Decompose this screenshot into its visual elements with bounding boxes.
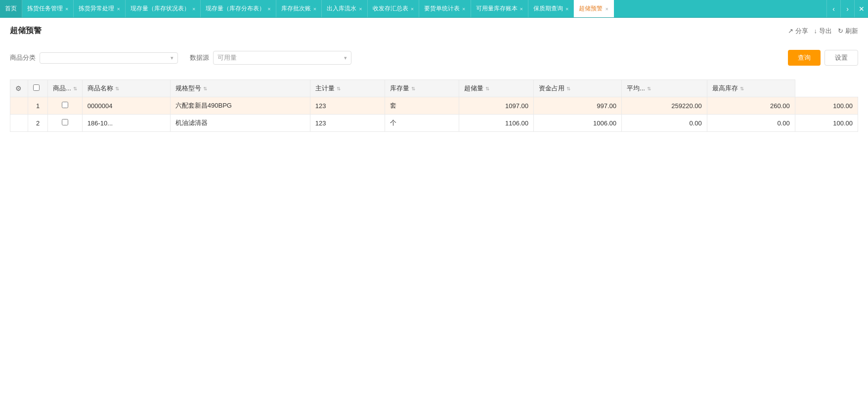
sort-icon-product-name: ⇅ — [115, 86, 119, 91]
table-row: 10000004六配套新昌490BPG123套1097.00997.002592… — [10, 97, 858, 115]
nav-item-close[interactable]: × — [65, 6, 68, 12]
nav-item-label: 现存量（库存分布表） — [206, 4, 265, 13]
sort-inventory[interactable]: 库存量 ⇅ — [390, 84, 454, 93]
datasource-dropdown-icon: ▾ — [344, 55, 347, 61]
export-button[interactable]: ↓ 导出 — [814, 27, 832, 36]
col-avg-label: 平均... — [627, 84, 645, 93]
category-filter-group: 商品分类 ▾ — [10, 52, 178, 64]
refresh-label: 刷新 — [845, 27, 858, 36]
refresh-button[interactable]: ↻ 刷新 — [838, 27, 858, 36]
nav-item-close[interactable]: × — [462, 6, 465, 12]
nav-item-close[interactable]: × — [411, 6, 414, 12]
nav-item-task-mgmt[interactable]: 拣货任务管理× — [22, 0, 74, 17]
nav-arrow-right[interactable]: › — [840, 0, 854, 18]
cell-product-name: 六配套新昌490BPG — [170, 97, 310, 115]
cell-product-code: 186-10... — [82, 115, 170, 132]
col-overstock-label: 超储量 — [464, 84, 483, 93]
col-spec: 规格型号 ⇅ — [170, 80, 310, 97]
sort-avg[interactable]: 平均... ⇅ — [627, 84, 702, 93]
nav-item-label: 超储预警 — [579, 4, 603, 13]
sort-icon-overstock: ⇅ — [485, 86, 489, 91]
nav-item-exception[interactable]: 拣货异常处理× — [74, 0, 125, 17]
table-row: 2186-10...机油滤清器123个1106.001006.000.000.0… — [10, 115, 858, 132]
nav-item-close[interactable]: × — [520, 6, 523, 12]
gear-icon[interactable]: ⚙ — [15, 84, 22, 92]
sort-icon-max-stock: ⇅ — [740, 86, 744, 91]
datasource-select[interactable]: 可用量 ▾ — [213, 51, 351, 65]
sort-product-code[interactable]: 商品... ⇅ — [53, 84, 77, 93]
export-icon: ↓ — [814, 27, 818, 35]
cell-capital: 259220.00 — [622, 97, 707, 115]
row-checkbox-cell[interactable] — [48, 97, 83, 115]
nav-item-inventory-dist[interactable]: 现存量（库存分布表）× — [201, 0, 276, 17]
settings-button[interactable]: 设置 — [825, 50, 858, 66]
nav-item-label: 拣货异常处理 — [79, 4, 114, 13]
nav-item-receive-send[interactable]: 收发存汇总表× — [368, 0, 419, 17]
col-product-code: 商品... ⇅ — [48, 80, 83, 97]
col-avg: 平均... ⇅ — [622, 80, 707, 97]
category-select[interactable]: ▾ — [40, 52, 178, 64]
sort-icon-unit: ⇅ — [337, 86, 341, 91]
cell-avg: 260.00 — [707, 97, 795, 115]
row-select-checkbox[interactable] — [62, 102, 68, 108]
nav-arrows: ‹ › ✕ — [826, 0, 868, 18]
nav-item-label: 可用量库存账本 — [476, 4, 518, 13]
cell-max-stock: 100.00 — [795, 115, 858, 132]
cell-unit: 套 — [385, 97, 459, 115]
cell-spec: 123 — [310, 97, 385, 115]
cell-unit: 个 — [385, 115, 459, 132]
nav-item-close[interactable]: × — [359, 6, 362, 12]
nav-item-label: 现存量（库存状况表） — [130, 4, 190, 13]
sort-spec[interactable]: 规格型号 ⇅ — [175, 84, 305, 93]
main-content: 超储预警 ↗ 分享 ↓ 导出 ↻ 刷新 商品分类 ▾ 数据源 — [0, 18, 868, 395]
col-overstock: 超储量 ⇅ — [459, 80, 534, 97]
nav-item-inventory-status[interactable]: 现存量（库存状况表）× — [126, 0, 201, 17]
page-header: 超储预警 ↗ 分享 ↓ 导出 ↻ 刷新 — [10, 26, 858, 36]
nav-item-label: 收发存汇总表 — [373, 4, 408, 13]
nav-arrow-close[interactable]: ✕ — [854, 0, 868, 18]
nav-arrow-left[interactable]: ‹ — [826, 0, 840, 18]
col-capital: 资金占用 ⇅ — [534, 80, 622, 97]
nav-item-label: 拣货任务管理 — [27, 4, 63, 13]
nav-item-home[interactable]: 首页 — [0, 0, 22, 17]
col-checkbox-header — [28, 80, 48, 97]
nav-item-inout-flow[interactable]: 出入库流水× — [322, 0, 367, 17]
nav-item-close[interactable]: × — [605, 6, 608, 12]
nav-item-close[interactable]: × — [565, 6, 568, 12]
sort-icon-capital: ⇅ — [566, 86, 570, 91]
cell-product-code: 0000004 — [82, 97, 170, 115]
cell-avg: 0.00 — [707, 115, 795, 132]
cell-overstock: 997.00 — [534, 97, 622, 115]
nav-item-label: 首页 — [5, 4, 17, 13]
share-button[interactable]: ↗ 分享 — [788, 27, 808, 36]
nav-item-close[interactable]: × — [267, 6, 270, 12]
row-select-checkbox[interactable] — [62, 119, 68, 125]
nav-item-close[interactable]: × — [313, 6, 316, 12]
query-button[interactable]: 查询 — [788, 50, 821, 66]
nav-item-close[interactable]: × — [117, 6, 120, 12]
nav-item-quality-check[interactable]: 保质期查询× — [528, 0, 574, 17]
filter-row: 商品分类 ▾ 数据源 可用量 ▾ 查询 设置 — [10, 44, 858, 72]
sort-icon-inventory: ⇅ — [411, 86, 415, 91]
nav-item-available-ledger[interactable]: 可用量库存账本× — [471, 0, 528, 17]
cell-capital: 0.00 — [622, 115, 707, 132]
cell-product-name: 机油滤清器 — [170, 115, 310, 132]
nav-item-order-stats[interactable]: 要货单统计表× — [419, 0, 471, 17]
sort-overstock[interactable]: 超储量 ⇅ — [464, 84, 528, 93]
row-checkbox-cell[interactable] — [48, 115, 83, 132]
sort-unit[interactable]: 主计量 ⇅ — [315, 84, 380, 93]
nav-item-close[interactable]: × — [192, 6, 195, 12]
cell-max-stock: 100.00 — [795, 97, 858, 115]
header-actions: ↗ 分享 ↓ 导出 ↻ 刷新 — [788, 27, 859, 36]
sort-capital[interactable]: 资金占用 ⇅ — [539, 84, 616, 93]
nav-item-overstock-warning[interactable]: 超储预警× — [574, 0, 613, 17]
datasource-filter-group: 数据源 可用量 ▾ — [190, 51, 351, 65]
sort-max-stock[interactable]: 最高库存 ⇅ — [712, 84, 790, 93]
nav-item-inventory-batch[interactable]: 库存批次账× — [276, 0, 322, 17]
sort-product-name[interactable]: 商品名称 ⇅ — [87, 84, 165, 93]
select-all-checkbox[interactable] — [33, 84, 40, 91]
header-row: ⚙ 商品... ⇅ 商品名称 ⇅ — [10, 80, 858, 97]
col-product-code-label: 商品... — [53, 84, 71, 93]
cell-overstock: 1006.00 — [534, 115, 622, 132]
col-spec-label: 规格型号 — [175, 84, 201, 93]
